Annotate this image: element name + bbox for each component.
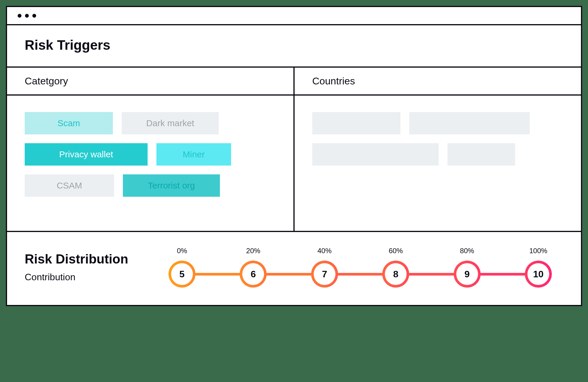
countries-panel-body: [295, 96, 581, 231]
risk-node-value: 10: [525, 261, 552, 287]
window-dot-icon[interactable]: [18, 14, 21, 18]
window-controls[interactable]: [18, 14, 36, 18]
category-tag-miner[interactable]: Miner: [156, 143, 231, 166]
category-panel-title: Catetgory: [7, 68, 293, 96]
risk-node-value: 8: [382, 261, 409, 287]
risk-node-percent: 20%: [246, 247, 260, 256]
risk-node[interactable]: 100%10: [525, 247, 552, 287]
risk-node-value: 5: [169, 261, 195, 287]
category-tag-terrorist-org[interactable]: Terrorist org: [123, 174, 220, 197]
category-tag-scam[interactable]: Scam: [25, 112, 113, 134]
risk-node-value: 9: [454, 261, 480, 287]
risk-node-percent: 80%: [460, 247, 474, 256]
page-title: Risk Triggers: [25, 37, 563, 53]
trigger-panels: Catetgory Scam Dark market Privacy walle…: [7, 68, 581, 232]
app-window: Risk Triggers Catetgory Scam Dark market…: [6, 6, 582, 306]
risk-node[interactable]: 60%8: [382, 247, 409, 287]
risk-distribution-title: Risk Distribution: [25, 252, 151, 266]
risk-distribution-scale: 0%520%640%760%880%9100%10: [169, 247, 563, 287]
risk-node-percent: 40%: [318, 247, 332, 256]
category-tag-privacy-wallet[interactable]: Privacy wallet: [25, 143, 148, 166]
risk-node-percent: 60%: [389, 247, 403, 256]
window-dot-icon[interactable]: [25, 14, 29, 18]
risk-node-connector: [407, 273, 455, 276]
risk-distribution-subtitle: Contribution: [25, 272, 151, 283]
risk-node-connector: [479, 273, 527, 276]
risk-node[interactable]: 80%9: [454, 247, 480, 287]
country-tag-placeholder[interactable]: [409, 112, 530, 134]
window-dot-icon[interactable]: [32, 14, 36, 18]
category-panel-body: Scam Dark market Privacy wallet Miner CS…: [7, 96, 293, 231]
risk-distribution-section: Risk Distribution Contribution 0%520%640…: [7, 232, 581, 305]
risk-node-connector: [265, 273, 313, 276]
countries-panel: Countries: [295, 68, 581, 231]
risk-node-percent: 100%: [529, 247, 547, 256]
category-tag-csam[interactable]: CSAM: [25, 174, 114, 197]
risk-node-value: 7: [311, 261, 338, 287]
country-tag-placeholder[interactable]: [312, 143, 439, 166]
risk-node[interactable]: 0%5: [169, 247, 195, 287]
risk-node-connector: [336, 273, 384, 276]
risk-node-percent: 0%: [177, 247, 187, 256]
category-tag-dark-market[interactable]: Dark market: [122, 112, 219, 134]
window-titlebar: [7, 7, 581, 25]
risk-node-connector: [194, 273, 241, 276]
countries-panel-title: Countries: [295, 68, 581, 96]
country-tag-placeholder[interactable]: [312, 112, 400, 134]
risk-node-value: 6: [240, 261, 266, 287]
page-header: Risk Triggers: [7, 25, 581, 68]
country-tag-placeholder[interactable]: [447, 143, 515, 166]
risk-node[interactable]: 20%6: [240, 247, 266, 287]
category-panel: Catetgory Scam Dark market Privacy walle…: [7, 68, 295, 231]
risk-node[interactable]: 40%7: [311, 247, 338, 287]
